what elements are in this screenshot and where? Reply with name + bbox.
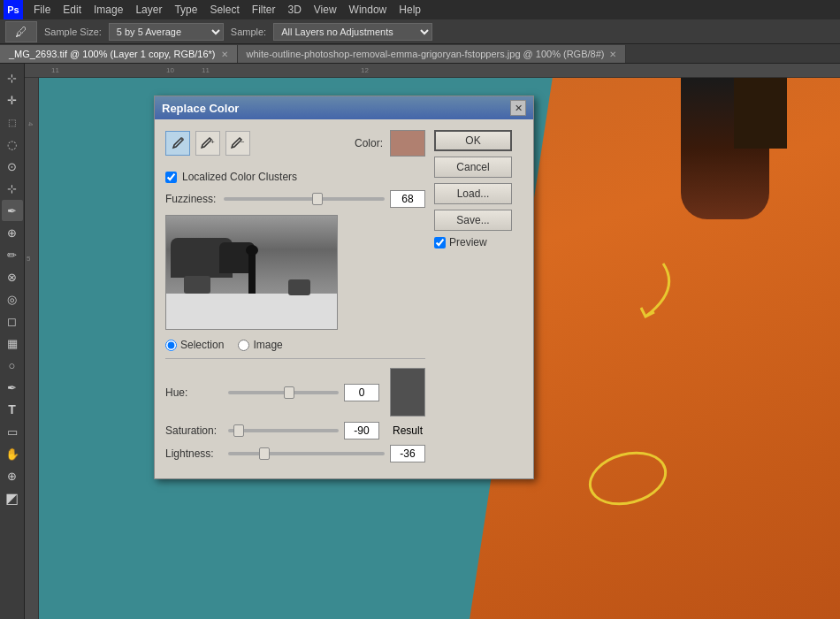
hue-input[interactable]	[344, 384, 379, 401]
hue-track	[228, 391, 339, 394]
lightness-row: Lightness:	[165, 445, 425, 462]
tab-image2[interactable]: white-outline-photoshop-removal-emma-gri…	[238, 45, 627, 63]
sample-size-label: Sample Size:	[44, 27, 102, 37]
preview-car	[184, 276, 210, 294]
menu-image[interactable]: Image	[88, 2, 128, 18]
tool-shape[interactable]: ▭	[2, 421, 23, 442]
tool-fg-bg[interactable]: ◩	[2, 487, 23, 508]
preview-label: Preview	[449, 236, 487, 248]
canvas-with-ruler: 4 5	[25, 78, 840, 619]
menu-select[interactable]: Select	[204, 2, 244, 18]
eyedropper-subtract-icon: −	[231, 136, 245, 150]
sample-size-select[interactable]: 5 by 5 Average	[109, 23, 224, 41]
fuzziness-thumb[interactable]	[312, 193, 323, 205]
lightness-label: Lightness:	[165, 447, 223, 460]
color-swatch[interactable]	[390, 130, 425, 157]
menu-file[interactable]: File	[28, 2, 56, 18]
menu-edit[interactable]: Edit	[57, 2, 87, 18]
tool-blur[interactable]: ○	[2, 355, 23, 376]
menu-help[interactable]: Help	[393, 2, 426, 18]
tool-move[interactable]: ✛	[2, 89, 23, 111]
tool-zoom[interactable]: ⊕	[2, 465, 23, 486]
saturation-thumb[interactable]	[233, 424, 244, 437]
saturation-track	[228, 429, 339, 432]
tool-hand[interactable]: ✋	[2, 443, 23, 464]
preview-ground	[166, 294, 337, 329]
save-button[interactable]: Save...	[434, 210, 512, 231]
lightness-input[interactable]	[390, 445, 425, 462]
menu-type[interactable]: Type	[169, 2, 202, 18]
eyedropper-add-button[interactable]: +	[195, 131, 220, 156]
radio-row: Selection Image	[165, 339, 425, 351]
dialog-title: Replace Color	[162, 102, 239, 115]
yellow-arrow-svg	[592, 255, 699, 325]
svg-point-0	[181, 138, 184, 141]
tool-text[interactable]: T	[2, 399, 23, 420]
sample-value-select[interactable]: All Layers no Adjustments	[273, 23, 432, 41]
tool-healing[interactable]: ⊕	[2, 222, 23, 243]
tool-pen[interactable]: ✒	[2, 377, 23, 398]
menu-3d[interactable]: 3D	[282, 2, 306, 18]
tab-image1[interactable]: _MG_2693.tif @ 100% (Layer 1 copy, RGB/1…	[0, 45, 238, 63]
replacement-section: Hue: Saturation:	[165, 358, 425, 462]
fuzziness-track	[224, 197, 385, 201]
tab-image1-label: _MG_2693.tif @ 100% (Layer 1 copy, RGB/1…	[9, 49, 216, 59]
cancel-button[interactable]: Cancel	[434, 157, 512, 178]
saturation-input[interactable]	[344, 422, 379, 439]
dialog-body: + −	[155, 119, 533, 478]
image-radio-label[interactable]: Image	[238, 339, 282, 351]
fuzziness-label: Fuzziness:	[165, 193, 218, 205]
load-button[interactable]: Load...	[434, 183, 512, 204]
image-radio[interactable]	[238, 340, 249, 351]
dialog-left-panel: + −	[165, 130, 425, 468]
tool-eraser[interactable]: ◻	[2, 310, 23, 332]
ruler-mark-3: 12	[361, 66, 369, 74]
fuzziness-input[interactable]	[390, 190, 425, 208]
tool-clone[interactable]: ⊗	[2, 266, 23, 287]
tool-quick-select[interactable]: ⊙	[2, 156, 23, 177]
ok-button[interactable]: OK	[434, 130, 512, 151]
tab-image1-close[interactable]: ✕	[221, 50, 228, 59]
tab-image2-close[interactable]: ✕	[609, 50, 616, 59]
preview-obj	[288, 279, 310, 295]
tool-lasso[interactable]: ◌	[2, 134, 23, 155]
svg-text:−: −	[241, 138, 245, 146]
preview-checkbox[interactable]	[434, 237, 446, 248]
tool-eyedropper[interactable]: ✒	[2, 200, 23, 221]
tool-crop[interactable]: ⊹	[2, 178, 23, 199]
lightness-thumb[interactable]	[259, 447, 270, 460]
tool-brush[interactable]: ✏	[2, 244, 23, 265]
canvas-content[interactable]: Replace Color ✕	[39, 78, 840, 619]
canvas-area[interactable]: 11 11 12 10 4 5	[25, 64, 840, 619]
localized-clusters-checkbox[interactable]	[165, 172, 177, 183]
dialog-right-panel: OK Cancel Load... Save... Preview	[434, 130, 523, 468]
selection-radio-label[interactable]: Selection	[165, 339, 224, 351]
menu-window[interactable]: Window	[344, 2, 393, 18]
selection-label: Selection	[180, 339, 224, 351]
color-display-row: Color:	[355, 130, 425, 157]
tool-marquee-rect[interactable]: ⬚	[2, 111, 23, 133]
tool-history[interactable]: ◎	[2, 288, 23, 310]
menu-filter[interactable]: Filter	[247, 2, 281, 18]
menu-layer[interactable]: Layer	[130, 2, 167, 18]
eyedropper-add-icon: +	[201, 136, 215, 150]
tool-dotted-marquee[interactable]: ⊹	[2, 67, 23, 88]
result-label-container: Result	[390, 424, 425, 437]
menu-bar: Ps File Edit Image Layer Type Select Fil…	[0, 0, 840, 19]
dialog-titlebar[interactable]: Replace Color ✕	[155, 96, 533, 119]
result-label: Result	[393, 424, 423, 437]
ruler-mark-2: 11	[202, 66, 210, 74]
tool-gradient[interactable]: ▦	[2, 332, 23, 354]
eyedropper-normal-button[interactable]	[165, 131, 190, 156]
saturation-row: Saturation: Result	[165, 422, 425, 439]
hue-thumb[interactable]	[284, 386, 294, 399]
fuzziness-row: Fuzziness:	[165, 190, 425, 208]
eyedropper-subtract-button[interactable]: −	[225, 131, 250, 156]
dialog-close-button[interactable]: ✕	[510, 100, 526, 116]
person-neck	[734, 78, 787, 149]
selection-radio[interactable]	[165, 340, 177, 351]
eyedropper-tools: + −	[165, 131, 250, 156]
ruler-left: 4 5	[25, 78, 39, 619]
menu-view[interactable]: View	[309, 2, 342, 18]
sample-label: Sample:	[231, 27, 266, 37]
